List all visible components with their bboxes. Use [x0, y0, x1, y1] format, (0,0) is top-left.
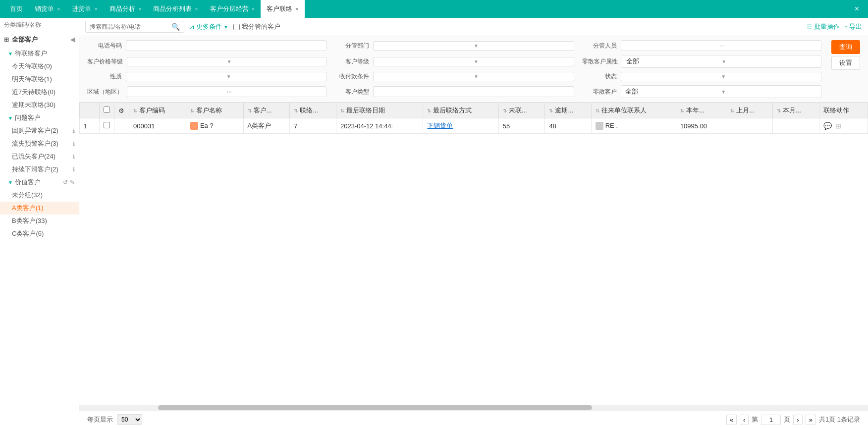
sidebar-group-problem[interactable]: ▼ 问题客户 — [0, 111, 79, 124]
sort-icon-contact[interactable]: ⇅ — [294, 108, 298, 113]
select-all-checkbox[interactable] — [104, 107, 110, 113]
info-icon-2[interactable]: ℹ — [73, 141, 75, 147]
my-customers-checkbox[interactable] — [233, 24, 240, 30]
sidebar-item-overdue[interactable]: 逾期未联络(30) — [0, 99, 79, 111]
nav-close-contact[interactable]: × — [295, 6, 298, 12]
nav-close-purchase[interactable]: × — [94, 6, 97, 12]
cell-last-method: 下销货单 — [423, 118, 498, 134]
nav-close-segment[interactable]: × — [252, 6, 255, 12]
close-all-button[interactable]: × — [850, 4, 864, 13]
collapse-icon[interactable]: ◀ — [70, 36, 75, 43]
nav-customer-contact[interactable]: 客户联络 × — [261, 0, 304, 18]
nav-customer-segment[interactable]: 客户分层经营 × — [204, 0, 261, 18]
filter-status-select[interactable]: ▼ — [621, 72, 821, 81]
more-filters-button[interactable]: ⊿ 更多条件 ▼ — [189, 22, 228, 31]
sidebar-item-a-class[interactable]: A类客户(1) — [0, 202, 79, 214]
query-button[interactable]: 查询 — [831, 40, 860, 54]
sidebar-item-churned[interactable]: 已流失客户(24) ℹ — [0, 150, 79, 163]
filter-customer-type-input[interactable] — [373, 86, 574, 97]
sort-icon-date[interactable]: ⇅ — [340, 108, 344, 113]
nav-close-product-list[interactable]: × — [195, 6, 198, 12]
first-page-button[interactable]: « — [726, 415, 737, 425]
refresh-icon[interactable]: ↺ — [63, 179, 68, 186]
page-navigation: « ‹ 第 页 › » 共1页 1条记录 — [726, 415, 860, 425]
sort-icon-no-contact[interactable]: ⇅ — [503, 108, 507, 113]
sort-icon-name[interactable]: ⇅ — [190, 108, 194, 113]
sidebar-item-repurchase-abnormal[interactable]: 回购异常客户(2) ℹ — [0, 124, 79, 137]
dots-icon-manager[interactable]: ··· — [720, 42, 815, 49]
qr-icon[interactable]: ⊞ — [835, 122, 841, 130]
sort-icon-code[interactable]: ⇅ — [133, 108, 137, 113]
sort-icon-unit[interactable]: ⇅ — [596, 108, 599, 113]
sidebar-item-ungrouped[interactable]: 未分组(32) — [0, 189, 79, 202]
prev-page-button[interactable]: ‹ — [740, 415, 749, 425]
right-actions: ☰ 批量操作 ↑ 导出 — [807, 22, 863, 31]
th-no-contact: ⇅ 未联... — [498, 103, 545, 118]
sidebar-item-b-class[interactable]: B类客户(33) — [0, 214, 79, 227]
filter-phone-input[interactable] — [126, 40, 326, 51]
sort-icon-cat[interactable]: ⇅ — [248, 108, 252, 113]
filter-price-select[interactable]: ▼ — [127, 57, 326, 66]
filter-dept-label: 分管部门 — [334, 42, 369, 50]
nav-sales-order[interactable]: 销货单 × — [29, 0, 66, 18]
info-icon-3[interactable]: ℹ — [73, 154, 75, 160]
gear-icon[interactable]: ⚙ — [118, 107, 124, 114]
nav-close-product-analysis[interactable]: × — [138, 6, 141, 12]
sort-icon-overdue[interactable]: ⇅ — [549, 108, 553, 113]
sidebar-group-pending[interactable]: ▼ 待联络客户 — [0, 47, 79, 60]
filter-payment-select[interactable]: ▼ — [373, 72, 574, 81]
sidebar-item-churn-warning[interactable]: 流失预警客户(3) ℹ — [0, 137, 79, 150]
sort-icon-year[interactable]: ⇅ — [680, 108, 684, 113]
sidebar-item-tomorrow-pending[interactable]: 明天待联络(1) — [0, 73, 79, 86]
cell-last-date: 2023-04-12 14:44: — [336, 118, 423, 134]
main-search-icon[interactable]: 🔍 — [171, 23, 180, 31]
sidebar-item-c-class[interactable]: C类客户(6) — [0, 227, 79, 240]
filter-customer-type-label: 客户类型 — [334, 88, 369, 96]
nav-home[interactable]: 首页 — [4, 0, 29, 18]
current-page-input[interactable] — [761, 415, 781, 425]
sidebar-search-input[interactable] — [4, 21, 78, 28]
sidebar-item-declining[interactable]: 持续下滑客户(2) ℹ — [0, 163, 79, 176]
dots-icon-region[interactable]: ··· — [227, 88, 323, 95]
nav-close-sales[interactable]: × — [57, 6, 60, 12]
nav-purchase-order[interactable]: 进货单 × — [66, 0, 103, 18]
info-icon-1[interactable]: ℹ — [73, 128, 75, 134]
chevron-down-icon-retail2: ▼ — [721, 89, 817, 95]
sort-icon-method[interactable]: ⇅ — [427, 108, 431, 113]
th-code: ⇅ 客户编码 — [129, 103, 186, 118]
filter-dept: 分管部门 ▼ — [334, 41, 574, 51]
page-size-select[interactable]: 50 20 100 — [117, 414, 142, 425]
value-group-actions: ↺ ✎ — [63, 179, 75, 186]
sort-icon-this-month[interactable]: ⇅ — [777, 108, 781, 113]
horizontal-scrollbar[interactable] — [79, 405, 868, 411]
sidebar-all-customers[interactable]: ⊞ 全部客户 ◀ — [0, 32, 79, 47]
chat-icon[interactable]: 💬 — [823, 122, 832, 130]
sidebar-item-7days-pending[interactable]: 近7天待联络(0) — [0, 86, 79, 99]
next-page-button[interactable]: › — [793, 415, 802, 425]
export-button[interactable]: ↑ 导出 — [845, 22, 863, 31]
chevron-down-icon: ▼ — [223, 24, 228, 30]
filter-manager: 分管人员 ··· — [582, 40, 821, 51]
filter-dept-select[interactable]: ▼ — [373, 41, 574, 51]
filter-retail-select[interactable]: 全部 ▼ — [621, 85, 821, 98]
main-search-input[interactable] — [90, 23, 171, 30]
row-checkbox[interactable] — [104, 122, 110, 128]
setting-button[interactable]: 设置 — [831, 56, 860, 70]
info-icon-4[interactable]: ℹ — [73, 166, 75, 173]
last-method-link[interactable]: 下销货单 — [427, 122, 453, 129]
bulk-action-button[interactable]: ☰ 批量操作 — [807, 22, 840, 31]
filter-region-select[interactable]: ··· — [127, 86, 326, 97]
filter-nature-select[interactable]: ▼ — [126, 72, 326, 81]
sort-icon-last-month[interactable]: ⇅ — [730, 108, 734, 113]
nav-product-analysis-list[interactable]: 商品分析列表 × — [147, 0, 204, 18]
sidebar-item-today-pending[interactable]: 今天待联络(0) — [0, 60, 79, 73]
filter-level-select[interactable]: ▼ — [373, 57, 574, 66]
last-page-button[interactable]: » — [806, 415, 816, 425]
edit-icon[interactable]: ✎ — [70, 179, 75, 186]
nav-product-analysis[interactable]: 商品分析 × — [104, 0, 147, 18]
scrollbar-thumb[interactable] — [158, 405, 592, 410]
filter-retail-attr-select[interactable]: 全部 ▼ — [622, 55, 821, 68]
filter-manager-select[interactable]: ··· — [621, 40, 821, 51]
sidebar-group-value[interactable]: ▼ 价值客户 ↺ ✎ — [0, 176, 79, 189]
main-search-box: 🔍 — [85, 21, 184, 33]
